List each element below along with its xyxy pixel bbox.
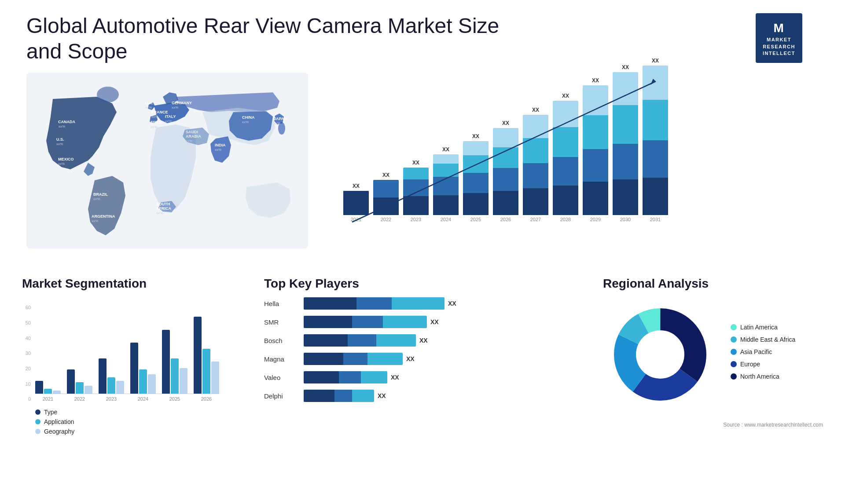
seg-group-2025 [162,330,187,394]
bar-seg [613,179,638,215]
bar-value-2025: XX [472,133,479,139]
legend-label-northamerica: North America [740,373,779,380]
seg-x-labels: 2021 2022 2023 2024 2025 2026 [35,396,219,402]
bar-seg [463,141,489,155]
legend-label-type: Type [44,409,57,416]
logo-box: M MARKET RESEARCH INTELLECT [756,13,802,63]
svg-text:xx%: xx% [58,162,65,166]
svg-text:xx%: xx% [93,197,100,201]
bar-seg [403,196,429,215]
player-value-magna: XX [406,355,415,362]
world-map-svg: CANADA xx% U.S. xx% MEXICO xx% BRAZIL xx… [26,73,308,257]
bar-2021: XX 2021 [343,183,369,222]
player-row-smr: SMR XX [264,316,581,328]
seg-bar-type-2024 [130,343,138,394]
svg-text:xx%: xx% [165,119,172,123]
seg-bar-app-2024 [139,369,147,394]
logo-letter: M [763,19,795,37]
player-bar-inner-bosch [304,334,416,347]
bar-year-2030: 2030 [620,217,631,222]
player-bar-inner-magna [304,353,403,365]
player-bar-seg2-smr [352,316,383,328]
bar-2031: XX 2031 [643,58,668,222]
seg-x-2025: 2025 [162,396,187,402]
svg-text:xx%: xx% [56,142,63,146]
bar-stack-2029 [583,85,608,215]
regional-section: Regional Analysis [599,272,827,442]
seg-legend: Type Application Geography [22,409,242,435]
legend-mea: Middle East & Africa [731,336,823,343]
seg-x-2026: 2026 [194,396,219,402]
players-section: Top Key Players Hella XX SMR [255,272,590,442]
legend-dot-mea [731,336,737,343]
bar-seg [373,180,399,197]
seg-y-axis: 0 10 20 30 40 50 60 [22,305,31,402]
bar-value-2023: XX [412,160,419,166]
bar-seg [523,163,548,188]
player-bar-seg3-valeo [361,371,387,383]
svg-text:MEXICO: MEXICO [58,157,74,161]
svg-point-1 [97,87,119,102]
players-list: Hella XX SMR [264,297,581,402]
bar-value-2030: XX [622,64,629,70]
seg-group-2026 [194,317,219,394]
donut-center [636,331,684,378]
regional-title: Regional Analysis [603,277,823,291]
bar-year-2023: 2023 [411,217,421,222]
seg-chart-wrapper: 0 10 20 30 40 50 60 [22,297,242,402]
seg-bars-container: 2021 2022 2023 2024 2025 2026 [35,297,219,402]
player-name-valeo: Valeo [264,374,299,381]
bar-stack-2025 [463,141,489,215]
seg-x-2023: 2023 [99,396,124,402]
player-value-valeo: XX [391,374,399,381]
player-bar-seg2-valeo [339,371,361,383]
legend-label-europe: Europe [740,361,760,368]
seg-bar-geo-2025 [180,368,187,394]
bar-year-2021: 2021 [351,217,361,222]
player-bar-seg2-bosch [348,334,376,347]
player-bar-magna: XX [304,353,581,365]
svg-text:JAPAN: JAPAN [274,117,287,121]
logo-line3: INTELLECT [763,51,795,56]
bar-value-2031: XX [652,58,659,64]
seg-x-2022: 2022 [67,396,92,402]
legend-dot-application [35,419,40,424]
svg-text:U.K.: U.K. [145,101,153,105]
bar-year-2022: 2022 [381,217,391,222]
player-value-bosch: XX [419,337,428,344]
bar-seg [553,186,578,215]
bar-seg [493,128,518,147]
player-bar-seg2-magna [343,353,367,365]
bar-year-2029: 2029 [590,217,601,222]
bar-year-2025: 2025 [470,217,481,222]
bar-seg [613,105,638,144]
growth-chart: XX 2021 XX 2022 XX [334,73,819,257]
legend-geography: Geography [35,428,242,435]
player-bar-seg1-delphi [304,390,334,402]
bar-2026: XX 2026 [493,120,518,222]
player-row-bosch: Bosch XX [264,334,581,347]
donut-chart [603,297,717,412]
svg-text:U.S.: U.S. [56,137,64,142]
bar-2023: XX 2023 [403,160,429,222]
seg-bars [35,297,219,394]
top-row: CANADA xx% U.S. xx% MEXICO xx% BRAZIL xx… [0,68,845,263]
source-text: Source : www.marketresearchintellect.com [723,422,823,428]
bar-2025: XX 2025 [463,133,489,222]
bar-year-2028: 2028 [560,217,571,222]
seg-bar-geo-2024 [148,374,156,394]
svg-text:xx%: xx% [274,121,280,125]
bar-seg [613,72,638,105]
bar-stack-2030 [613,72,638,215]
svg-text:xx%: xx% [151,125,157,129]
bar-seg [463,155,489,173]
player-bar-inner-valeo [304,371,387,383]
legend-label-latam: Latin America [740,324,778,331]
svg-text:xx%: xx% [156,211,163,215]
player-bar-seg1-valeo [304,371,339,383]
seg-bar-geo-2022 [84,386,92,394]
svg-text:CANADA: CANADA [58,120,75,124]
bar-seg [643,100,668,140]
seg-group-2022 [67,369,92,394]
legend-application: Application [35,418,242,425]
